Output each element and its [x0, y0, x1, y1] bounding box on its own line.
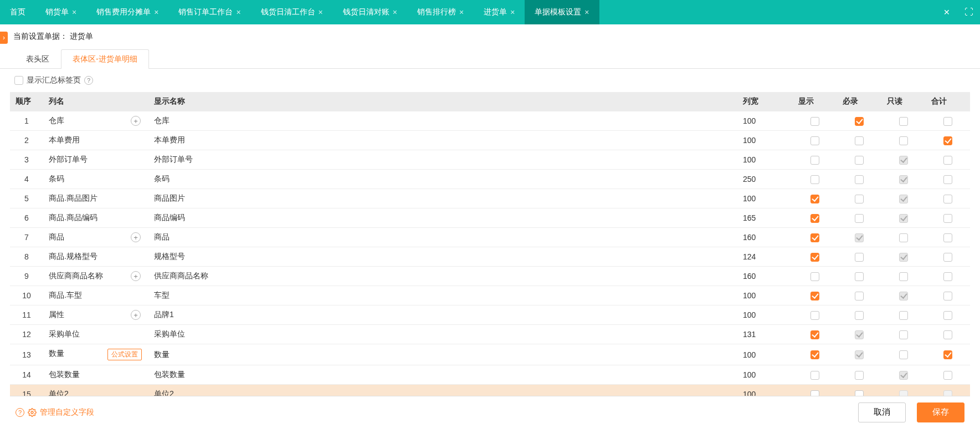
- required-checkbox[interactable]: [855, 371, 864, 380]
- table-row[interactable]: 5商品.商品图片商品图片100: [10, 189, 970, 208]
- show-checkbox[interactable]: [810, 253, 819, 262]
- sum-checkbox[interactable]: [943, 272, 952, 281]
- subtab-0[interactable]: 表头区: [14, 49, 61, 69]
- cell-width[interactable]: 100: [737, 365, 793, 385]
- readonly-checkbox[interactable]: [899, 117, 908, 126]
- show-checkbox[interactable]: [810, 214, 819, 223]
- add-icon[interactable]: +: [131, 116, 141, 126]
- cell-display[interactable]: 外部订单号: [148, 150, 737, 170]
- th-sum[interactable]: 合计: [926, 92, 970, 111]
- required-checkbox[interactable]: [855, 272, 864, 281]
- cell-display[interactable]: 仓库: [148, 111, 737, 131]
- sum-checkbox[interactable]: [943, 371, 952, 380]
- cell-width[interactable]: 100: [737, 286, 793, 305]
- sum-checkbox[interactable]: [943, 156, 952, 165]
- th-required[interactable]: 必录: [837, 92, 881, 111]
- table-row[interactable]: 11属性+品牌1100: [10, 305, 970, 325]
- cell-display[interactable]: 商品图片: [148, 189, 737, 208]
- cell-width[interactable]: 160: [737, 267, 793, 286]
- cell-display[interactable]: 本单费用: [148, 131, 737, 150]
- tab-2[interactable]: 销售费用分摊单×: [86, 0, 168, 24]
- table-row[interactable]: 10商品.车型车型100: [10, 286, 970, 305]
- show-checkbox[interactable]: [810, 371, 819, 380]
- close-icon[interactable]: ×: [319, 8, 323, 17]
- cell-width[interactable]: 100: [737, 189, 793, 208]
- sum-checkbox[interactable]: [943, 350, 952, 359]
- cell-display[interactable]: 规格型号: [148, 247, 737, 267]
- required-checkbox[interactable]: [855, 136, 864, 145]
- add-icon[interactable]: +: [131, 232, 141, 242]
- show-checkbox[interactable]: [810, 233, 819, 242]
- cell-width[interactable]: 165: [737, 208, 793, 228]
- cell-display[interactable]: 采购单位: [148, 325, 737, 344]
- required-checkbox[interactable]: [855, 390, 864, 396]
- cell-display[interactable]: 品牌1: [148, 305, 737, 325]
- required-checkbox[interactable]: [855, 311, 864, 320]
- cancel-button[interactable]: 取消: [858, 402, 906, 422]
- show-checkbox[interactable]: [810, 390, 819, 396]
- th-name[interactable]: 列名: [43, 92, 148, 111]
- cell-width[interactable]: 250: [737, 170, 793, 189]
- show-checkbox[interactable]: [810, 136, 819, 145]
- close-icon[interactable]: ×: [584, 8, 589, 17]
- summary-checkbox[interactable]: [14, 76, 23, 85]
- required-checkbox[interactable]: [855, 292, 864, 300]
- required-checkbox[interactable]: [855, 214, 864, 223]
- table-row[interactable]: 7商品+商品160: [10, 228, 970, 247]
- close-icon[interactable]: ×: [236, 8, 240, 17]
- table-row[interactable]: 9供应商商品名称+供应商商品名称160: [10, 267, 970, 286]
- readonly-checkbox[interactable]: [899, 330, 908, 339]
- required-checkbox[interactable]: [855, 253, 864, 262]
- sum-checkbox[interactable]: [943, 136, 952, 145]
- show-checkbox[interactable]: [810, 311, 819, 320]
- cell-width[interactable]: 160: [737, 228, 793, 247]
- table-row[interactable]: 13数量公式设置数量100: [10, 344, 970, 365]
- close-icon[interactable]: ×: [393, 8, 397, 17]
- required-checkbox[interactable]: [855, 117, 864, 126]
- table-row[interactable]: 14包装数量包装数量100: [10, 365, 970, 385]
- cell-display[interactable]: 商品编码: [148, 208, 737, 228]
- sum-checkbox[interactable]: [943, 311, 952, 320]
- table-row[interactable]: 15单位2单位2100: [10, 385, 970, 396]
- required-checkbox[interactable]: [855, 175, 864, 184]
- close-icon[interactable]: ×: [510, 8, 515, 17]
- table-row[interactable]: 3外部订单号外部订单号100: [10, 150, 970, 170]
- tab-5[interactable]: 钱货日清对账×: [333, 0, 407, 24]
- sidebar-expand-handle[interactable]: ›: [0, 32, 8, 44]
- required-checkbox[interactable]: [855, 195, 864, 203]
- show-checkbox[interactable]: [810, 272, 819, 281]
- close-icon[interactable]: ×: [154, 8, 158, 17]
- tab-3[interactable]: 销售订单工作台×: [168, 0, 250, 24]
- table-scroll[interactable]: 顺序 列名 显示名称 列宽 显示 必录 只读 合计 1仓库+仓库1002本单费用…: [10, 92, 970, 396]
- readonly-checkbox[interactable]: [899, 272, 908, 281]
- cell-display[interactable]: 包装数量: [148, 365, 737, 385]
- cell-width[interactable]: 124: [737, 247, 793, 267]
- tab-4[interactable]: 钱货日清工作台×: [251, 0, 333, 24]
- readonly-checkbox[interactable]: [899, 233, 908, 242]
- table-row[interactable]: 6商品.商品编码商品编码165: [10, 208, 970, 228]
- save-button[interactable]: 保存: [917, 402, 964, 422]
- show-checkbox[interactable]: [810, 350, 819, 359]
- th-readonly[interactable]: 只读: [881, 92, 926, 111]
- table-row[interactable]: 8商品.规格型号规格型号124: [10, 247, 970, 267]
- show-checkbox[interactable]: [810, 195, 819, 203]
- fullscreen-button[interactable]: ⛶: [958, 0, 980, 24]
- close-all-tabs-button[interactable]: ✕: [936, 0, 958, 24]
- cell-display[interactable]: 供应商商品名称: [148, 267, 737, 286]
- close-icon[interactable]: ×: [459, 8, 464, 17]
- sum-checkbox[interactable]: [943, 175, 952, 184]
- tab-6[interactable]: 销售排行榜×: [407, 0, 474, 24]
- sum-checkbox[interactable]: [943, 253, 952, 262]
- cell-display[interactable]: 条码: [148, 170, 737, 189]
- th-show[interactable]: 显示: [793, 92, 837, 111]
- sum-checkbox[interactable]: [943, 117, 952, 126]
- readonly-checkbox[interactable]: [899, 311, 908, 320]
- readonly-checkbox[interactable]: [899, 350, 908, 359]
- sum-checkbox[interactable]: [943, 195, 952, 203]
- sum-checkbox[interactable]: [943, 233, 952, 242]
- th-seq[interactable]: 顺序: [10, 92, 43, 111]
- cell-width[interactable]: 100: [737, 305, 793, 325]
- cell-width[interactable]: 100: [737, 131, 793, 150]
- add-icon[interactable]: +: [131, 310, 141, 320]
- manage-custom-fields-link[interactable]: ? 管理自定义字段: [16, 407, 94, 417]
